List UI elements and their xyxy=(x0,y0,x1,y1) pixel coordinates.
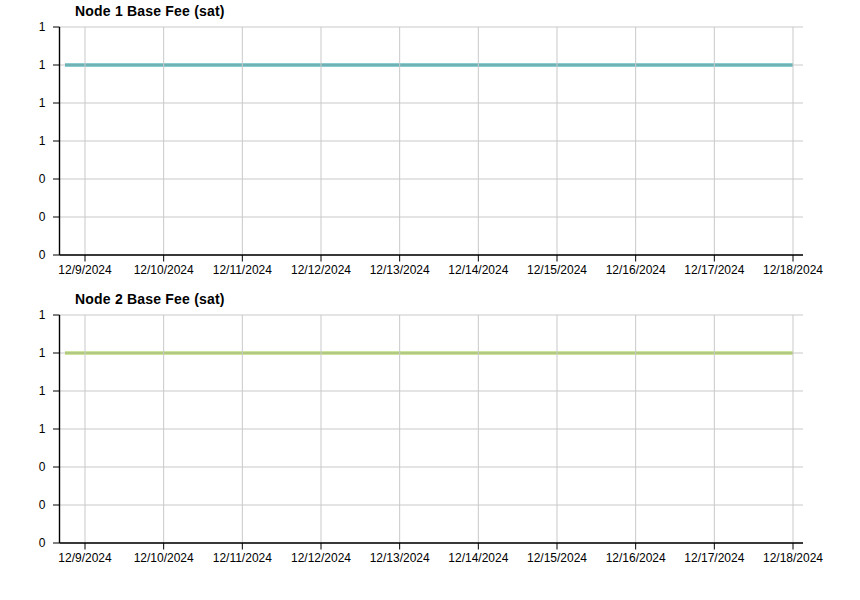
svg-text:12/11/2024: 12/11/2024 xyxy=(213,551,272,565)
svg-text:0: 0 xyxy=(39,536,46,550)
svg-text:12/14/2024: 12/14/2024 xyxy=(448,263,508,277)
svg-text:12/12/2024: 12/12/2024 xyxy=(291,551,351,565)
svg-text:1: 1 xyxy=(39,384,46,398)
svg-text:12/13/2024: 12/13/2024 xyxy=(370,263,430,277)
svg-text:12/9/2024: 12/9/2024 xyxy=(58,263,112,277)
svg-text:12/17/2024: 12/17/2024 xyxy=(684,551,744,565)
svg-text:0: 0 xyxy=(39,248,46,262)
svg-text:12/18/2024: 12/18/2024 xyxy=(763,263,823,277)
svg-text:12/11/2024: 12/11/2024 xyxy=(213,263,272,277)
svg-text:1: 1 xyxy=(39,58,46,72)
svg-text:12/12/2024: 12/12/2024 xyxy=(291,263,351,277)
svg-text:12/17/2024: 12/17/2024 xyxy=(684,263,744,277)
svg-text:12/18/2024: 12/18/2024 xyxy=(763,551,823,565)
svg-text:1: 1 xyxy=(39,134,46,148)
svg-text:12/16/2024: 12/16/2024 xyxy=(606,263,666,277)
chart-node2: Node 2 Base Fee (sat) 111100012/9/202412… xyxy=(0,288,860,600)
chart-node2-plot: 111100012/9/202412/10/202412/11/202412/1… xyxy=(0,288,860,600)
svg-text:12/10/2024: 12/10/2024 xyxy=(134,263,194,277)
svg-text:12/16/2024: 12/16/2024 xyxy=(606,551,666,565)
svg-text:12/10/2024: 12/10/2024 xyxy=(134,551,194,565)
svg-text:1: 1 xyxy=(39,96,46,110)
charts-panel: Node 1 Base Fee (sat) 111100012/9/202412… xyxy=(0,0,860,600)
svg-text:0: 0 xyxy=(39,172,46,186)
svg-text:12/15/2024: 12/15/2024 xyxy=(527,263,587,277)
svg-text:0: 0 xyxy=(39,460,46,474)
svg-text:12/15/2024: 12/15/2024 xyxy=(527,551,587,565)
svg-text:0: 0 xyxy=(39,210,46,224)
svg-text:1: 1 xyxy=(39,346,46,360)
chart-node1: Node 1 Base Fee (sat) 111100012/9/202412… xyxy=(0,0,860,288)
svg-text:12/9/2024: 12/9/2024 xyxy=(58,551,112,565)
svg-text:0: 0 xyxy=(39,498,46,512)
svg-text:1: 1 xyxy=(39,422,46,436)
svg-text:12/13/2024: 12/13/2024 xyxy=(370,551,430,565)
svg-text:12/14/2024: 12/14/2024 xyxy=(448,551,508,565)
svg-text:1: 1 xyxy=(39,308,46,322)
chart-node1-plot: 111100012/9/202412/10/202412/11/202412/1… xyxy=(0,0,860,288)
svg-text:1: 1 xyxy=(39,20,46,34)
